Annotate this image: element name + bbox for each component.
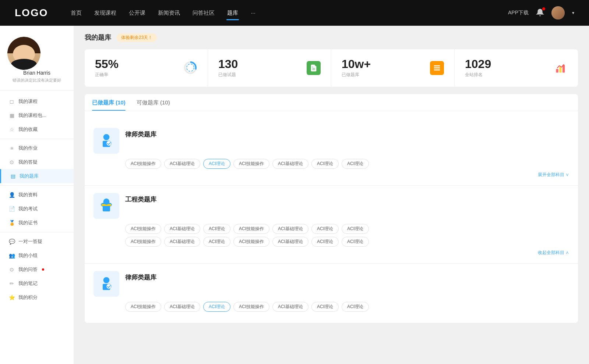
sidebar-item-label: 我的资料	[18, 192, 38, 198]
tag[interactable]: ACI技能操作	[125, 237, 161, 247]
tag[interactable]: ACI基础理论	[272, 224, 308, 234]
tag[interactable]: ACI理论	[311, 159, 339, 169]
subject-header: 律师类题库	[94, 128, 569, 154]
sidebar-divider-2	[0, 185, 74, 186]
tag[interactable]: ACI基础理论	[272, 159, 308, 169]
tag[interactable]: ACI理论	[311, 237, 339, 247]
tag[interactable]: ACI技能操作	[125, 159, 161, 169]
lawyer-icon	[97, 132, 116, 150]
stat-done-questions-content: 130 已做试题	[218, 58, 238, 78]
sidebar-item-certs[interactable]: 🏅 我的证书	[0, 216, 74, 230]
collapse-link-engineer[interactable]: 收起全部科目 ∧	[125, 250, 569, 256]
sidebar-item-notes[interactable]: ✏ 我的笔记	[0, 276, 74, 290]
tag[interactable]: ACI技能操作	[125, 302, 161, 312]
nav-open[interactable]: 公开课	[128, 8, 146, 18]
tag[interactable]: ACI技能操作	[233, 159, 269, 169]
nav-home[interactable]: 首页	[70, 8, 82, 18]
sidebar-item-favorites[interactable]: ☆ 我的收藏	[0, 122, 74, 136]
sidebar-item-questions[interactable]: ⊙ 我的答疑	[0, 155, 74, 169]
tag[interactable]: ACI基础理论	[272, 302, 308, 312]
notification-bell[interactable]	[536, 8, 544, 18]
sidebar-item-packages[interactable]: ▦ 我的课程包...	[0, 108, 74, 122]
tag[interactable]: ACI基础理论	[272, 237, 308, 247]
tag-active[interactable]: ACI理论	[203, 302, 230, 312]
sidebar-item-quiz[interactable]: ▤ 我的题库	[0, 169, 74, 183]
sidebar-item-groups[interactable]: 👥 我的小组	[0, 249, 74, 263]
stat-accuracy-content: 55% 正确率	[95, 58, 119, 78]
sidebar-item-tutoring[interactable]: 💬 一对一答疑	[0, 235, 74, 249]
user-avatar[interactable]	[551, 6, 565, 19]
tag[interactable]: ACI理论	[203, 224, 230, 234]
done-questions-icon	[307, 61, 321, 75]
sidebar-item-qna[interactable]: ⊙ 我的问答	[0, 263, 74, 276]
nav-qa[interactable]: 问答社区	[192, 8, 215, 18]
tag[interactable]: ACI理论	[311, 224, 339, 234]
svg-point-20	[106, 284, 111, 289]
sidebar-item-label: 我的题库	[20, 173, 39, 179]
stat-done-questions-icon-area	[307, 61, 321, 75]
nav-quiz[interactable]: 题库	[226, 8, 239, 18]
lawyer-icon-wrap-3	[94, 271, 119, 297]
quiz-section: 已做题库 (10) 可做题库 (10)	[85, 94, 578, 323]
tags-row-lawyer-1: ACI技能操作 ACI基础理论 ACI理论 ACI技能操作 ACI基础理论 AC…	[125, 159, 569, 169]
tag[interactable]: ACI基础理论	[164, 224, 200, 234]
tag[interactable]: ACI理论	[342, 302, 369, 312]
sidebar-item-courses[interactable]: ◻ 我的课程	[0, 94, 74, 108]
logo[interactable]: LOGO	[15, 7, 48, 19]
stat-done-banks-label: 已做题库	[342, 72, 371, 78]
tag[interactable]: ACI理论	[342, 159, 369, 169]
sidebar-item-label: 我的收藏	[18, 126, 38, 133]
tag[interactable]: ACI技能操作	[125, 224, 161, 234]
expand-link-lawyer-1[interactable]: 展开全部科目 ∨	[125, 172, 569, 178]
stat-ranking-content: 1029 全站排名	[465, 58, 491, 78]
qna-icon: ⊙	[9, 267, 15, 272]
app-download-button[interactable]: APP下载	[508, 10, 529, 16]
stat-done-banks: 10w+ 已做题库	[331, 49, 455, 87]
tag[interactable]: ACI理论	[311, 302, 339, 312]
stat-ranking-value: 1029	[465, 58, 491, 70]
tab-done[interactable]: 已做题库 (10)	[92, 99, 126, 111]
tag[interactable]: ACI基础理论	[164, 237, 200, 247]
sidebar-item-label: 我的证书	[18, 220, 38, 226]
sidebar-item-homework[interactable]: ≡ 我的作业	[0, 141, 74, 155]
tags-row-engineer-1: ACI技能操作 ACI基础理论 ACI理论 ACI技能操作 ACI基础理论 AC…	[125, 224, 569, 234]
sidebar-item-profile[interactable]: 👤 我的资料	[0, 188, 74, 202]
stat-accuracy-icon-area	[183, 61, 197, 76]
ranking-icon	[554, 61, 568, 75]
nav-discover[interactable]: 发现课程	[94, 8, 117, 18]
sidebar-profile: Brian Harris 错误的决定比没有决定要好	[0, 33, 74, 91]
profile-icon: 👤	[9, 192, 15, 198]
tag[interactable]: ACI理论	[203, 237, 230, 247]
stat-done-questions-label: 已做试题	[218, 72, 238, 78]
sidebar-username: Brian Harris	[7, 70, 66, 76]
sidebar-item-points[interactable]: ⭐ 我的积分	[0, 290, 74, 304]
stat-done-banks-value: 10w+	[342, 58, 371, 70]
tutoring-icon: 💬	[9, 239, 15, 245]
sidebar-item-exams[interactable]: 📄 我的考试	[0, 202, 74, 216]
user-dropdown-arrow[interactable]: ▾	[572, 10, 574, 15]
nav-more[interactable]: ···	[250, 8, 256, 18]
qna-badge	[42, 268, 44, 271]
subject-header-lawyer-3: 律师类题库	[94, 271, 569, 297]
tag[interactable]: ACI理论	[342, 237, 369, 247]
tag[interactable]: ACI理论	[342, 224, 369, 234]
stat-done-questions: 130 已做试题	[208, 49, 331, 87]
svg-rect-8	[556, 69, 558, 73]
courses-icon: ◻	[9, 99, 15, 104]
tag[interactable]: ACI技能操作	[233, 224, 269, 234]
tab-available[interactable]: 可做题库 (10)	[137, 99, 170, 111]
sidebar-item-label: 我的笔记	[18, 280, 38, 287]
stat-accuracy-value: 55%	[95, 58, 119, 70]
tag-active[interactable]: ACI理论	[203, 159, 230, 169]
tag[interactable]: ACI基础理论	[164, 302, 200, 312]
main-content: 我的题库 体验剩余23天！ 55% 正确率	[74, 26, 589, 364]
tag[interactable]: ACI技能操作	[233, 237, 269, 247]
stat-ranking-label: 全站排名	[465, 72, 491, 78]
stats-row: 55% 正确率 130 已做试题	[85, 49, 578, 87]
nav-news[interactable]: 新闻资讯	[157, 8, 181, 18]
stat-done-banks-content: 10w+ 已做题库	[342, 58, 371, 78]
certs-icon: 🏅	[9, 220, 15, 226]
tag[interactable]: ACI技能操作	[233, 302, 269, 312]
notification-badge	[542, 7, 545, 10]
tag[interactable]: ACI基础理论	[164, 159, 200, 169]
